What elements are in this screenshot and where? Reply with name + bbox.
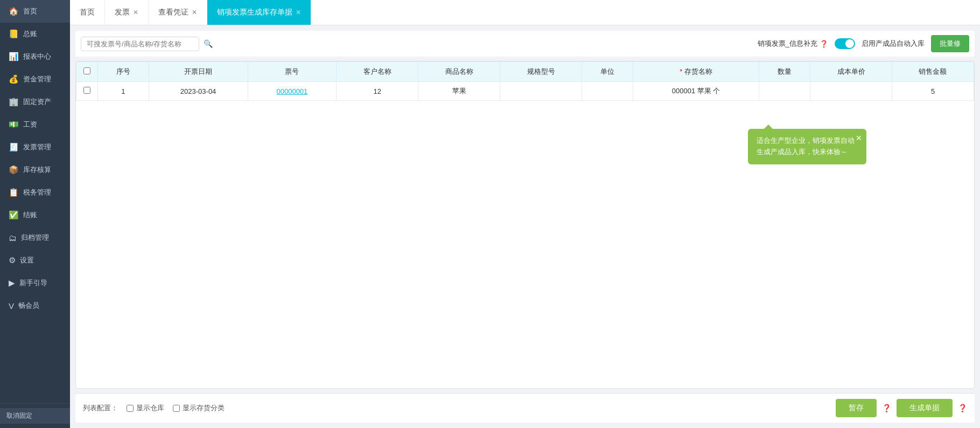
sidebar-item-label: 畅会员 — [18, 301, 39, 310]
bottom-right: 暂存 ❓ 生成单据 ❓ — [836, 399, 967, 417]
save-help-icon[interactable]: ❓ — [882, 404, 891, 412]
table-row: 1 2023-03-04 00000001 12 苹果 000001 苹果 个 … — [76, 82, 974, 101]
tab-voucher-label: 查看凭证 — [158, 8, 188, 17]
vip-icon: V — [9, 301, 14, 310]
info-label: 销项发票_信息补充 ❓ — [758, 39, 828, 49]
sidebar-item-settings[interactable]: ⚙ 设置 — [0, 249, 70, 272]
search-input[interactable] — [81, 37, 199, 51]
search-icon[interactable]: 🔍 — [204, 39, 213, 48]
row-checkbox[interactable] — [83, 87, 90, 94]
generate-button[interactable]: 生成单据 — [897, 399, 953, 417]
content-area: 🔍 销项发票_信息补充 ❓ 启用产成品自动入库 批量修 — [70, 25, 980, 428]
sidebar-item-salary[interactable]: 💵 工资 — [0, 113, 70, 136]
sidebar-item-guide[interactable]: ▶ 新手引导 — [0, 272, 70, 294]
guide-icon: ▶ — [9, 278, 15, 288]
sidebar-item-ledger[interactable]: 📒 总账 — [0, 23, 70, 45]
sidebar-item-assets[interactable]: 🏢 固定资产 — [0, 91, 70, 113]
sidebar-item-label: 库存核算 — [23, 165, 51, 175]
closing-icon: ✅ — [9, 210, 19, 220]
tab-sales-order-label: 销项发票生成库存单据 — [217, 8, 292, 17]
archive-icon: 🗂 — [9, 233, 17, 243]
col-amount: 销售金额 — [892, 62, 974, 82]
sidebar-item-invoice[interactable]: 🧾 发票管理 — [0, 136, 70, 158]
sidebar-item-home[interactable]: 🏠 首页 — [0, 0, 70, 23]
row-unit — [582, 82, 633, 101]
ticket-link[interactable]: 00000001 — [276, 87, 307, 95]
tab-home[interactable]: 首页 — [70, 0, 105, 25]
show-warehouse-label[interactable]: 显示仓库 — [127, 403, 164, 413]
invoice-icon: 🧾 — [9, 142, 19, 152]
settings-icon: ⚙ — [9, 256, 16, 265]
cancel-fixed-label: 取消固定 — [6, 411, 32, 420]
row-checkbox-cell — [76, 82, 98, 101]
main-area: 首页 发票 ✕ 查看凭证 ✕ 销项发票生成库存单据 ✕ 🔍 销项发票_信息补充 … — [70, 0, 980, 428]
show-warehouse-checkbox[interactable] — [127, 405, 134, 412]
sidebar: 🏠 首页 📒 总账 📊 报表中心 💰 资金管理 🏢 固定资产 💵 工资 🧾 发票… — [0, 0, 70, 428]
sidebar-item-label: 工资 — [23, 120, 37, 129]
generate-help-icon[interactable]: ❓ — [958, 404, 967, 412]
row-date: 2023-03-04 — [149, 82, 248, 101]
info-help-icon[interactable]: ❓ — [820, 40, 828, 48]
tabs-bar: 首页 发票 ✕ 查看凭证 ✕ 销项发票生成库存单据 ✕ — [70, 0, 980, 25]
cancel-fixed-button[interactable]: 取消固定 — [0, 408, 70, 424]
tab-invoice[interactable]: 发票 ✕ — [105, 0, 149, 25]
row-inventory: 000001 苹果 个 — [633, 82, 759, 101]
sidebar-item-reports[interactable]: 📊 报表中心 — [0, 45, 70, 68]
toolbar-right: 销项发票_信息补充 ❓ 启用产成品自动入库 批量修 — [758, 35, 969, 52]
col-checkbox — [76, 62, 98, 82]
sidebar-item-label: 新手引导 — [19, 278, 47, 288]
toolbar-left: 🔍 — [81, 37, 213, 51]
sidebar-item-label: 总账 — [23, 29, 37, 39]
row-cost-price — [810, 82, 892, 101]
main-table: 序号 开票日期 票号 客户名称 商品名称 规格型号 单位 * 存货名称 数量 成… — [76, 61, 974, 101]
sidebar-item-label: 归档管理 — [21, 233, 49, 243]
batch-button[interactable]: 批量修 — [931, 35, 969, 52]
sidebar-item-vip[interactable]: V 畅会员 — [0, 294, 70, 317]
toolbar: 🔍 销项发票_信息补充 ❓ 启用产成品自动入库 批量修 — [75, 31, 975, 57]
sidebar-bottom: 取消固定 — [0, 403, 70, 428]
bottom-bar: 列表配置： 显示仓库 显示存货分类 暂存 ❓ 生成单据 ❓ — [75, 393, 975, 423]
tab-sales-order[interactable]: 销项发票生成库存单据 ✕ — [207, 0, 311, 25]
row-amount: 5 — [892, 82, 974, 101]
show-category-checkbox[interactable] — [173, 405, 180, 412]
enable-label: 启用产成品自动入库 — [862, 39, 925, 49]
toggle-switch[interactable] — [835, 38, 855, 49]
tooltip-close-button[interactable]: ✕ — [856, 132, 862, 144]
save-button[interactable]: 暂存 — [836, 399, 877, 417]
sidebar-item-label: 结账 — [23, 210, 37, 220]
col-customer: 客户名称 — [337, 62, 418, 82]
tab-voucher[interactable]: 查看凭证 ✕ — [149, 0, 207, 25]
info-label-text: 销项发票_信息补充 — [758, 39, 817, 49]
sidebar-item-inventory[interactable]: 📦 库存核算 — [0, 158, 70, 181]
row-qty — [759, 82, 810, 101]
list-config-label: 列表配置： — [83, 403, 118, 413]
reports-icon: 📊 — [9, 52, 19, 61]
col-seq: 序号 — [98, 62, 149, 82]
col-date: 开票日期 — [149, 62, 248, 82]
show-category-text: 显示存货分类 — [183, 403, 225, 413]
col-product: 商品名称 — [418, 62, 500, 82]
sidebar-item-label: 固定资产 — [23, 97, 51, 107]
sidebar-item-tax[interactable]: 📋 税务管理 — [0, 181, 70, 204]
row-ticket[interactable]: 00000001 — [248, 82, 337, 101]
salary-icon: 💵 — [9, 120, 19, 129]
tab-voucher-close[interactable]: ✕ — [192, 9, 197, 16]
tab-sales-order-close[interactable]: ✕ — [296, 9, 301, 16]
tab-invoice-close[interactable]: ✕ — [133, 9, 138, 16]
sidebar-item-label: 税务管理 — [23, 188, 51, 197]
sidebar-item-label: 报表中心 — [23, 52, 51, 61]
sidebar-item-archive[interactable]: 🗂 归档管理 — [0, 226, 70, 249]
sidebar-item-funds[interactable]: 💰 资金管理 — [0, 68, 70, 91]
tooltip-text: 适合生产型企业，销项发票自动生成产成品入库，快来体验～ — [757, 136, 855, 156]
home-icon: 🏠 — [9, 6, 19, 16]
col-ticket: 票号 — [248, 62, 337, 82]
sidebar-item-label: 资金管理 — [23, 74, 51, 84]
select-all-checkbox[interactable] — [83, 67, 90, 74]
funds-icon: 💰 — [9, 74, 19, 84]
col-qty: 数量 — [759, 62, 810, 82]
show-category-label[interactable]: 显示存货分类 — [173, 403, 225, 413]
sidebar-item-closing[interactable]: ✅ 结账 — [0, 204, 70, 226]
show-warehouse-text: 显示仓库 — [136, 403, 164, 413]
row-customer: 12 — [337, 82, 418, 101]
bottom-left: 列表配置： 显示仓库 显示存货分类 — [83, 403, 225, 413]
